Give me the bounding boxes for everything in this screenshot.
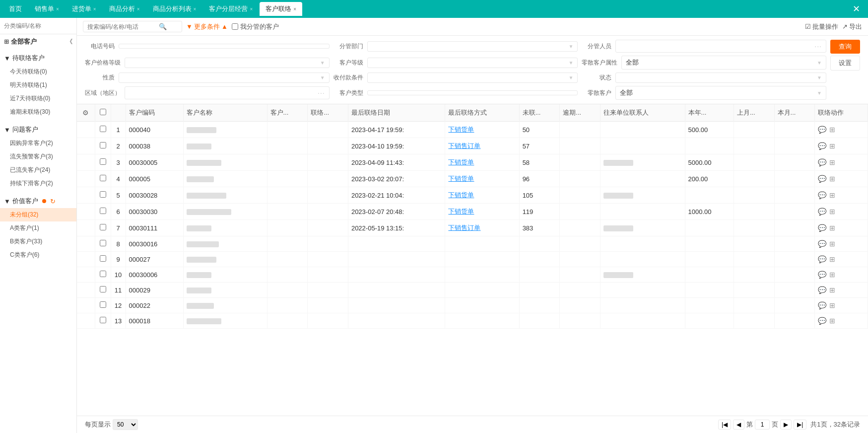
last-method-link[interactable]: 下销货单 [448, 175, 474, 182]
row-checkbox[interactable] [100, 191, 106, 198]
last-method-link[interactable]: 下销货单 [448, 126, 474, 133]
last-method-link[interactable]: 下销售订单 [448, 224, 480, 231]
contact-grid-icon[interactable]: ⊞ [829, 255, 835, 263]
window-close-button[interactable]: ✕ [849, 3, 864, 14]
contact-grid-icon[interactable]: ⊞ [829, 240, 835, 248]
price-level-select[interactable]: ▼ [125, 58, 330, 68]
row-checkbox[interactable] [100, 255, 106, 262]
sidebar-item-A类客户(1)[interactable]: A类客户(1) [0, 221, 76, 235]
sidebar-group-header-价值客户[interactable]: ▼ 价值客户↻ [0, 194, 76, 208]
sidebar-item-因购异常客户(2)[interactable]: 因购异常客户(2) [0, 137, 76, 150]
sidebar-item-C类客户(6)[interactable]: C类客户(6) [0, 248, 76, 262]
nav-tab-close-icon[interactable]: × [194, 6, 197, 12]
row-checkbox[interactable] [100, 271, 106, 277]
contact-grid-icon[interactable]: ⊞ [829, 142, 835, 150]
sidebar-item-明天待联络(1)[interactable]: 明天待联络(1) [0, 78, 76, 92]
contact-grid-icon[interactable]: ⊞ [829, 191, 835, 199]
page-number-input[interactable] [755, 420, 770, 430]
sidebar-item-今天待联络(0)[interactable]: 今天待联络(0) [0, 65, 76, 78]
batch-op-button[interactable]: ☑ 批量操作 [805, 22, 838, 31]
query-button[interactable]: 查询 [830, 40, 860, 54]
contact-message-icon[interactable]: 💬 [818, 191, 826, 199]
row-checkbox[interactable] [100, 317, 106, 323]
last-method-link[interactable]: 下销货单 [448, 191, 474, 199]
refresh-icon[interactable]: ↻ [50, 198, 56, 205]
sidebar-search-input[interactable] [4, 22, 77, 29]
contact-message-icon[interactable]: 💬 [818, 126, 826, 134]
contact-message-icon[interactable]: 💬 [818, 255, 826, 263]
sidebar-item-逾期未联络(30)[interactable]: 逾期未联络(30) [0, 105, 76, 119]
nav-tab-商品分析列表[interactable]: 商品分析列表× [147, 2, 202, 16]
first-page-button[interactable]: |◀ [718, 420, 731, 430]
row-checkbox[interactable] [100, 126, 106, 132]
region-input[interactable]: ··· [125, 86, 330, 99]
sidebar-item-流失预警客户(3)[interactable]: 流失预警客户(3) [0, 150, 76, 163]
contact-grid-icon[interactable]: ⊞ [829, 224, 835, 232]
nav-tab-close-icon[interactable]: × [293, 6, 296, 12]
nav-tab-close-icon[interactable]: × [56, 6, 59, 12]
more-conditions-button[interactable]: ▼ 更多条件 ▲ [186, 22, 228, 31]
payment-select[interactable]: ▼ [367, 72, 578, 83]
last-method-link[interactable]: 下销货单 [448, 208, 474, 215]
reset-button[interactable]: 设置 [830, 56, 860, 71]
contact-grid-icon[interactable]: ⊞ [829, 208, 835, 216]
sidebar-group-header-问题客户[interactable]: ▼ 问题客户 [0, 123, 76, 137]
nav-tab-close-icon[interactable]: × [93, 6, 96, 12]
contact-message-icon[interactable]: 💬 [818, 224, 826, 232]
row-checkbox[interactable] [100, 286, 106, 292]
contact-grid-icon[interactable]: ⊞ [829, 175, 835, 183]
contact-grid-icon[interactable]: ⊞ [829, 126, 835, 134]
sidebar-item-近7天待联络(0)[interactable]: 近7天待联络(0) [0, 92, 76, 105]
sidebar-item-已流失客户(24)[interactable]: 已流失客户(24) [0, 163, 76, 177]
sidebar-item-持续下滑客户(2)[interactable]: 持续下滑客户(2) [0, 177, 76, 190]
nature-select[interactable]: ▼ [119, 72, 330, 83]
sidebar-group-header-待联络客户[interactable]: ▼ 待联络客户 [0, 51, 76, 65]
contact-grid-icon[interactable]: ⊞ [829, 158, 835, 166]
my-customers-checkbox[interactable]: 我分管的客户 [232, 22, 279, 31]
contact-message-icon[interactable]: 💬 [818, 286, 826, 294]
filter-search-input[interactable] [87, 23, 157, 30]
customer-level-select[interactable]: ▼ [367, 58, 578, 68]
page-size-select[interactable]: 50 100 200 [113, 419, 138, 430]
next-page-button[interactable]: ▶ [780, 420, 792, 430]
sparse-attr-select[interactable]: 全部▼ [621, 56, 826, 70]
contact-grid-icon[interactable]: ⊞ [829, 271, 835, 279]
last-method-link[interactable]: 下销货单 [448, 158, 474, 166]
sidebar-item-B类客户(33)[interactable]: B类客户(33) [0, 235, 76, 248]
last-method-link[interactable]: 下销售订单 [448, 142, 480, 149]
contact-message-icon[interactable]: 💬 [818, 317, 826, 325]
person-input[interactable]: ··· [615, 40, 826, 53]
contact-message-icon[interactable]: 💬 [818, 301, 826, 309]
row-checkbox[interactable] [100, 301, 106, 308]
dept-select[interactable]: ▼ [367, 41, 578, 52]
nav-tab-close-icon[interactable]: × [137, 6, 140, 12]
contact-grid-icon[interactable]: ⊞ [829, 317, 835, 325]
status-select[interactable]: ▼ [615, 72, 826, 83]
nav-tab-销售单[interactable]: 销售单× [29, 2, 65, 16]
customer-type-input[interactable] [367, 90, 578, 95]
nav-tab-进货单[interactable]: 进货单× [66, 2, 102, 16]
contact-message-icon[interactable]: 💬 [818, 142, 826, 150]
row-checkbox[interactable] [100, 142, 106, 148]
nav-tab-close-icon[interactable]: × [250, 6, 253, 12]
row-checkbox[interactable] [100, 175, 106, 181]
row-checkbox[interactable] [100, 240, 106, 246]
contact-message-icon[interactable]: 💬 [818, 175, 826, 183]
row-checkbox[interactable] [100, 224, 106, 230]
my-customers-checkbox-input[interactable] [232, 23, 238, 30]
sparse-customer-select[interactable]: 全部▼ [615, 86, 826, 100]
contact-message-icon[interactable]: 💬 [818, 208, 826, 216]
contact-grid-icon[interactable]: ⊞ [829, 286, 835, 294]
prev-page-button[interactable]: ◀ [733, 420, 744, 430]
sidebar-item-未分组(32)[interactable]: 未分组(32) [0, 208, 76, 221]
home-tab[interactable]: 首页 [4, 4, 27, 13]
contact-grid-icon[interactable]: ⊞ [829, 301, 835, 309]
nav-tab-客户分层经营[interactable]: 客户分层经营× [203, 2, 259, 16]
row-checkbox[interactable] [100, 158, 106, 165]
sidebar-collapse-button[interactable]: 《 [67, 38, 72, 46]
contact-message-icon[interactable]: 💬 [818, 158, 826, 166]
last-page-button[interactable]: ▶| [794, 420, 806, 430]
nav-tab-客户联络[interactable]: 客户联络× [260, 2, 302, 16]
nav-tab-商品分析[interactable]: 商品分析× [103, 2, 146, 16]
export-button[interactable]: ↗ 导出 [842, 22, 862, 31]
